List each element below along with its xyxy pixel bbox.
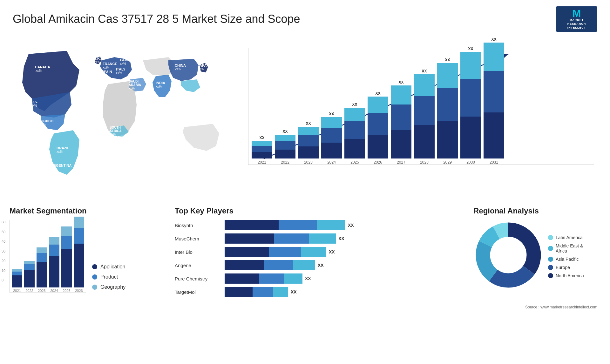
svg-text:GERMANY: GERMANY — [120, 58, 138, 62]
legend-north-america: North America — [548, 273, 584, 278]
bar-group-2024: XX 2024 — [321, 112, 342, 165]
europe-dot — [548, 265, 553, 270]
page-title: Global Amikacin Cas 37517 28 5 Market Si… — [13, 12, 300, 26]
geography-dot — [92, 285, 97, 290]
player-bar-biosynth: XX — [225, 220, 467, 230]
player-row-interbio: Inter Bio XX — [175, 247, 467, 257]
north-america-dot — [548, 273, 553, 278]
svg-text:xx%: xx% — [94, 60, 100, 64]
player-xx-biosynth: XX — [348, 223, 354, 228]
svg-text:SOUTH: SOUTH — [110, 126, 121, 129]
regional-legend: Latin America Middle East &Africa Asia P… — [548, 235, 584, 278]
legend-product: Product — [92, 274, 125, 280]
player-xx-targetmol: XX — [291, 289, 297, 294]
source-line: Source : www.marketresearchintellect.com — [0, 303, 610, 311]
legend-geography: Geography — [92, 284, 125, 290]
player-row-angene: Angene XX — [175, 260, 467, 270]
svg-text:BRAZIL: BRAZIL — [57, 146, 70, 150]
world-map: CANADA xx% U.S. xx% MEXICO xx% BRAZIL xx… — [10, 35, 232, 187]
seg-bar-2021: 2021 — [12, 269, 22, 293]
seg-bar-2026: 2026 — [74, 217, 84, 293]
main-content: CANADA xx% U.S. xx% MEXICO xx% BRAZIL xx… — [0, 35, 610, 200]
middle-east-label: Middle East &Africa — [556, 243, 583, 253]
bar-group-2021: XX 2021 — [252, 136, 272, 165]
svg-text:xx%: xx% — [31, 104, 37, 107]
svg-text:ARABIA: ARABIA — [129, 83, 141, 87]
svg-text:FRANCE: FRANCE — [103, 62, 117, 66]
bar-group-2030: XX 2030 — [460, 47, 481, 165]
regional-title: Regional Analysis — [473, 206, 600, 215]
svg-text:xx%: xx% — [102, 74, 108, 77]
regional-section: Regional Analysis — [473, 206, 600, 297]
bar-chart: XX 2021 XX 2022 — [238, 48, 594, 187]
source-text: Source : www.marketresearchintellect.com — [525, 305, 597, 309]
seg-bar-2025: 2025 — [61, 226, 72, 293]
application-label: Application — [100, 264, 125, 270]
seg-bars: 2021 2022 — [10, 220, 86, 293]
svg-text:xx%: xx% — [116, 71, 122, 75]
player-xx-purechemistry: XX — [305, 276, 311, 281]
segmentation-section: Market Segmentation 0 10 20 30 40 50 60 — [10, 206, 168, 297]
bar-group-2026: XX 2026 — [368, 91, 388, 165]
svg-text:U.S.: U.S. — [31, 100, 38, 104]
player-name-angene: Angene — [175, 263, 221, 268]
asia-pacific-dot — [548, 257, 553, 262]
bottom-content: Market Segmentation 0 10 20 30 40 50 60 — [0, 200, 610, 303]
player-bar-interbio: XX — [225, 247, 467, 257]
seg-bar-2022: 2022 — [24, 261, 35, 293]
player-name-targetmol: TargetMol — [175, 289, 221, 295]
map-section: CANADA xx% U.S. xx% MEXICO xx% BRAZIL xx… — [10, 35, 232, 200]
player-bar-targetmol: XX — [225, 287, 467, 297]
player-row-biosynth: Biosynth XX — [175, 220, 467, 230]
svg-text:CHINA: CHINA — [175, 64, 186, 67]
player-xx-angene: XX — [318, 263, 324, 268]
svg-text:xx%: xx% — [129, 87, 135, 90]
product-dot — [92, 274, 97, 280]
svg-text:xx%: xx% — [110, 133, 116, 136]
svg-text:xx%: xx% — [40, 123, 46, 126]
svg-text:AFRICA: AFRICA — [110, 129, 122, 133]
asia-pacific-label: Asia Pacific — [556, 257, 579, 262]
svg-text:JAPAN: JAPAN — [198, 64, 209, 67]
svg-text:xx%: xx% — [175, 67, 181, 71]
logo-area: M MARKETRESEARCHINTELLECT — [556, 6, 597, 32]
product-label: Product — [100, 274, 118, 280]
logo: M MARKETRESEARCHINTELLECT — [556, 6, 597, 32]
donut-svg — [473, 220, 543, 290]
seg-legend: Application Product Geography — [92, 264, 125, 293]
svg-text:xx%: xx% — [103, 66, 109, 69]
player-xx-interbio: XX — [329, 249, 335, 254]
seg-bar-2024: 2024 — [49, 237, 59, 293]
svg-point-39 — [491, 238, 526, 273]
player-name-interbio: Inter Bio — [175, 249, 221, 255]
regional-content: Latin America Middle East &Africa Asia P… — [473, 220, 600, 290]
bars-container: XX 2021 XX 2022 — [248, 48, 594, 165]
svg-text:xx%: xx% — [198, 67, 204, 71]
svg-text:SAUDI: SAUDI — [129, 80, 139, 83]
bar-group-2022: XX 2022 — [275, 129, 295, 165]
player-name-purechemistry: Pure Chemistry — [175, 276, 221, 281]
seg-bar-chart: 0 10 20 30 40 50 60 — [10, 220, 86, 293]
application-dot — [92, 264, 97, 269]
player-bar-musechem: XX — [225, 233, 467, 244]
svg-text:SPAIN: SPAIN — [102, 70, 112, 74]
europe-label: Europe — [556, 265, 570, 270]
player-row-targetmol: TargetMol XX — [175, 287, 467, 297]
legend-middle-east: Middle East &Africa — [548, 243, 584, 253]
player-bar-angene: XX — [225, 260, 467, 270]
legend-asia-pacific: Asia Pacific — [548, 257, 584, 262]
logo-text: MARKETRESEARCHINTELLECT — [567, 18, 586, 30]
player-row-purechemistry: Pure Chemistry XX — [175, 273, 467, 284]
bar-group-2025: XX 2025 — [344, 102, 365, 165]
geography-label: Geography — [100, 284, 125, 290]
players-section: Top Key Players Biosynth XX MuseChem — [175, 206, 467, 297]
svg-text:INDIA: INDIA — [156, 81, 165, 85]
svg-text:ARGENTINA: ARGENTINA — [51, 164, 71, 167]
legend-latin-america: Latin America — [548, 235, 584, 240]
player-name-musechem: MuseChem — [175, 236, 221, 241]
legend-application: Application — [92, 264, 125, 270]
segmentation-title: Market Segmentation — [10, 206, 168, 215]
seg-bar-2023: 2023 — [37, 247, 47, 293]
svg-text:xx%: xx% — [36, 69, 42, 72]
svg-text:xx%: xx% — [51, 167, 57, 171]
